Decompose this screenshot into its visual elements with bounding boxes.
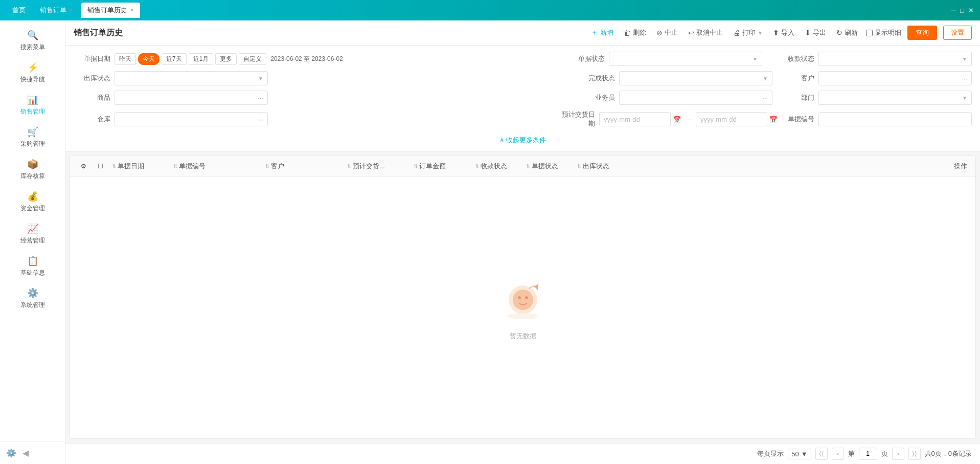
th-delivery[interactable]: ⇅ 预计交货... — [343, 162, 409, 171]
operations-icon: 📈 — [27, 223, 38, 234]
page-title: 销售订单历史 — [74, 28, 123, 38]
customer-input[interactable]: ··· — [818, 71, 972, 85]
date-btn-7days[interactable]: 近7天 — [162, 53, 187, 65]
sidebar-item-purchase-mgmt[interactable]: 🛒 采购管理 — [0, 121, 65, 153]
sidebar-item-sys-mgmt[interactable]: ⚙️ 系统管理 — [0, 282, 65, 315]
date-btn-1month[interactable]: 近1月 — [189, 53, 214, 65]
delete-button[interactable]: 🗑 删除 — [622, 27, 648, 38]
delivery-start-cal-icon[interactable]: 📅 — [673, 116, 681, 123]
dept-label: 部门 — [793, 93, 818, 102]
sidebar: 🔍 搜索菜单 ⚡ 快捷导航 📊 销售管理 🛒 采购管理 📦 库存核算 💰 资金管… — [0, 20, 65, 464]
date-btn-more[interactable]: 更多 — [215, 53, 237, 65]
page-size-value: 50 — [791, 450, 799, 458]
query-button[interactable]: 查询 — [907, 26, 937, 40]
tab-home[interactable]: 首页 — [6, 3, 32, 18]
tab-sales-order-history-close[interactable]: × — [130, 7, 134, 14]
th-customer[interactable]: ⇅ 客户 — [261, 162, 343, 171]
purchase-mgmt-icon: 🛒 — [27, 126, 38, 138]
date-btn-yesterday[interactable]: 昨天 — [115, 53, 136, 65]
svg-point-3 — [518, 296, 521, 299]
page-last-button[interactable]: ⟩⟩ — [908, 448, 921, 460]
window-minimize-icon[interactable]: ─ — [951, 7, 956, 14]
export-button[interactable]: ⬇ 导出 — [803, 27, 828, 38]
receipt-status-label: 收款状态 — [783, 54, 818, 63]
sidebar-item-inventory[interactable]: 📦 库存核算 — [0, 153, 65, 186]
bill-status-select[interactable]: ▼ — [609, 52, 762, 66]
stop-button[interactable]: ⊘ 中止 — [654, 27, 680, 38]
new-button[interactable]: ＋ 新增 — [589, 27, 616, 38]
sidebar-item-search-menu[interactable]: 🔍 搜索菜单 — [0, 25, 65, 57]
page-first-button[interactable]: ⟨⟨ — [815, 448, 828, 460]
filter-row-status: 出库状态 ▼ 完成状态 ▼ 客户 ··· — [74, 71, 972, 85]
th-amount[interactable]: ⇅ 订单金额 — [409, 162, 471, 171]
svg-point-2 — [513, 290, 533, 310]
collapse-bar[interactable]: ∧ 收起更多条件 — [74, 134, 972, 145]
sidebar-item-purchase-mgmt-label: 采购管理 — [20, 140, 45, 148]
delivery-date-end-text: yyyy-mm-dd — [700, 116, 737, 123]
page-next-button[interactable]: ＞ — [892, 448, 904, 460]
window-maximize-icon[interactable]: □ — [960, 7, 964, 14]
th-code-label: 单据编号 — [179, 162, 206, 171]
th-code[interactable]: ⇅ 单据编号 — [169, 162, 261, 171]
page-prev-button[interactable]: ＜ — [832, 448, 844, 460]
import-button[interactable]: ⬆ 导入 — [771, 27, 796, 38]
receipt-status-select[interactable]: ▼ — [818, 52, 972, 66]
tab-sales-order[interactable]: 销售订单 × — [34, 3, 79, 18]
finance-icon: 💰 — [27, 191, 38, 202]
display-detail-checkbox[interactable] — [866, 30, 873, 36]
th-date[interactable]: ⇅ 单据日期 — [108, 162, 169, 171]
top-bar-actions: ─ □ ✕ — [951, 7, 974, 14]
new-icon: ＋ — [591, 28, 598, 37]
stop-label: 中止 — [665, 28, 678, 37]
th-receipt-status[interactable]: ⇅ 收款状态 — [471, 162, 522, 171]
delivery-end-cal-icon[interactable]: 📅 — [769, 116, 778, 123]
print-dropdown-icon[interactable]: ▼ — [758, 30, 763, 36]
sidebar-item-base-info[interactable]: 📋 基础信息 — [0, 250, 65, 282]
th-delivery-sort-icon: ⇅ — [347, 163, 351, 169]
th-customer-label: 客户 — [271, 162, 284, 171]
refresh-label: 刷新 — [845, 28, 858, 37]
sidebar-item-finance[interactable]: 💰 资金管理 — [0, 186, 65, 218]
sidebar-item-inventory-label: 库存核算 — [20, 172, 45, 181]
th-settings[interactable]: ⚙ — [74, 163, 93, 170]
th-amount-label: 订单金额 — [419, 162, 446, 171]
sidebar-item-sys-mgmt-label: 系统管理 — [20, 301, 45, 310]
page-number-input[interactable] — [859, 448, 877, 460]
refresh-button[interactable]: ↻ 刷新 — [834, 27, 860, 38]
date-btn-custom[interactable]: 自定义 — [239, 53, 266, 65]
export-icon: ⬇ — [805, 29, 811, 37]
cancel-stop-button[interactable]: ↩ 取消中止 — [686, 27, 725, 38]
complete-status-select[interactable]: ▼ — [619, 71, 772, 85]
sidebar-item-sales-mgmt[interactable]: 📊 销售管理 — [0, 89, 65, 121]
sidebar-item-search-menu-label: 搜索菜单 — [20, 43, 45, 52]
print-button[interactable]: 🖨 打印 ▼ — [731, 27, 765, 38]
window-close-icon[interactable]: ✕ — [968, 7, 974, 14]
bill-code-input[interactable] — [818, 112, 972, 126]
setting-button[interactable]: 设置 — [943, 26, 972, 40]
page-unit: 页 — [881, 449, 888, 458]
date-buttons: 昨天 今天 近7天 近1月 更多 自定义 — [115, 53, 266, 65]
sidebar-item-quick-nav[interactable]: ⚡ 快捷导航 — [0, 57, 65, 89]
delivery-date-start[interactable]: yyyy-mm-dd — [599, 112, 671, 126]
pagination-bar: 每页显示 50 ▼ ⟨⟨ ＜ 第 页 ＞ ⟩⟩ 共0页，0条记录 — [65, 443, 980, 464]
sidebar-item-operations[interactable]: 📈 经营管理 — [0, 218, 65, 250]
delete-label: 删除 — [633, 28, 646, 37]
date-btn-today[interactable]: 今天 — [138, 53, 159, 65]
tab-sales-order-history[interactable]: 销售订单历史 × — [81, 3, 140, 18]
goods-input[interactable]: ··· — [115, 91, 268, 105]
sidebar-settings-icon[interactable]: ⚙️ — [6, 448, 16, 458]
delivery-date-end[interactable]: yyyy-mm-dd — [696, 112, 767, 126]
warehouse-input[interactable]: ··· — [115, 112, 268, 126]
sidebar-collapse-icon[interactable]: ◀ — [22, 448, 29, 458]
dept-select[interactable]: ▼ — [818, 91, 972, 105]
th-checkbox[interactable]: ☐ — [93, 163, 108, 170]
display-detail-toggle[interactable]: 显示明细 — [866, 28, 901, 37]
page-size-select[interactable]: 50 ▼ — [788, 449, 811, 459]
quick-nav-icon: ⚡ — [27, 62, 38, 73]
tab-sales-order-close[interactable]: × — [70, 7, 73, 14]
out-status-select[interactable]: ▼ — [115, 71, 268, 85]
th-bill-status[interactable]: ⇅ 单据状态 — [522, 162, 573, 171]
salesperson-input[interactable]: ··· — [619, 91, 772, 105]
th-out-status[interactable]: ⇅ 出库状态 — [573, 162, 624, 171]
collapse-label: 收起更多条件 — [506, 136, 546, 144]
